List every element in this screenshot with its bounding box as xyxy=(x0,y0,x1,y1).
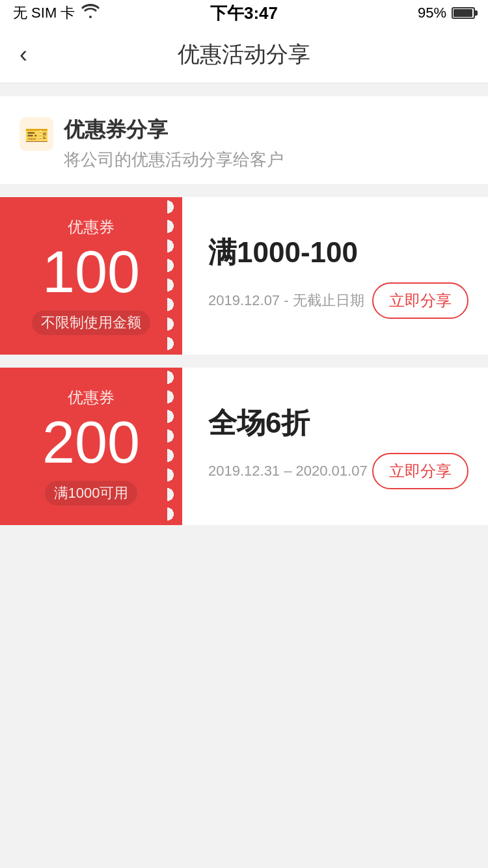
coupon-label-2: 优惠券 xyxy=(68,387,115,408)
coupon-meta-2: 2019.12.31 – 2020.01.07 立即分享 xyxy=(208,453,468,489)
nav-bar: ‹ 优惠活动分享 xyxy=(0,26,488,83)
share-button-1[interactable]: 立即分享 xyxy=(372,282,468,319)
coupon-condition-1: 不限制使用金额 xyxy=(32,310,150,335)
section-header: 🎫 优惠券分享 将公司的优惠活动分享给客户 xyxy=(0,96,488,184)
section-title: 优惠券分享 xyxy=(64,116,284,144)
coupon-left-1: 优惠券 100 不限制使用金额 xyxy=(0,197,182,355)
bottom-area xyxy=(0,538,488,863)
coupon-card-2: 优惠券 200 满1000可用 全场6折 2019.12.31 – 2020.0… xyxy=(0,368,488,525)
status-right: 95% xyxy=(418,5,475,21)
coupon-title-2: 全场6折 xyxy=(208,404,468,442)
coupon-right-2: 全场6折 2019.12.31 – 2020.01.07 立即分享 xyxy=(182,368,488,525)
coupon-date-1: 2019.12.07 - 无截止日期 xyxy=(208,291,364,310)
back-button[interactable]: ‹ xyxy=(20,41,27,68)
battery-percent: 95% xyxy=(418,5,446,21)
svg-text:🎫: 🎫 xyxy=(25,124,49,147)
coupon-share-icon: 🎫 xyxy=(20,117,53,151)
coupon-title-1: 满1000-100 xyxy=(208,234,468,272)
coupon-list: 优惠券 100 不限制使用金额 满1000-100 2019.12.07 - 无… xyxy=(0,197,488,538)
status-left: 无 SIM 卡 xyxy=(13,3,100,23)
battery-icon xyxy=(452,7,475,19)
coupon-left-2: 优惠券 200 满1000可用 xyxy=(0,368,182,525)
coupon-card-1: 优惠券 100 不限制使用金额 满1000-100 2019.12.07 - 无… xyxy=(0,197,488,355)
coupon-right-1: 满1000-100 2019.12.07 - 无截止日期 立即分享 xyxy=(182,197,488,355)
wifi-icon xyxy=(81,4,100,22)
coupon-meta-1: 2019.12.07 - 无截止日期 立即分享 xyxy=(208,282,468,319)
page-title: 优惠活动分享 xyxy=(178,40,310,70)
coupon-date-2: 2019.12.31 – 2020.01.07 xyxy=(208,463,368,480)
coupon-condition-2: 满1000可用 xyxy=(45,481,138,506)
coupon-amount-2: 200 xyxy=(42,413,140,472)
status-time: 下午3:47 xyxy=(210,2,278,25)
section-subtitle: 将公司的优惠活动分享给客户 xyxy=(64,148,284,171)
coupon-amount-1: 100 xyxy=(42,243,140,301)
share-button-2[interactable]: 立即分享 xyxy=(372,453,468,489)
coupon-label-1: 优惠券 xyxy=(68,217,115,237)
section-text: 优惠券分享 将公司的优惠活动分享给客户 xyxy=(64,116,284,171)
status-bar: 无 SIM 卡 下午3:47 95% xyxy=(0,0,488,26)
carrier-text: 无 SIM 卡 xyxy=(13,3,75,23)
